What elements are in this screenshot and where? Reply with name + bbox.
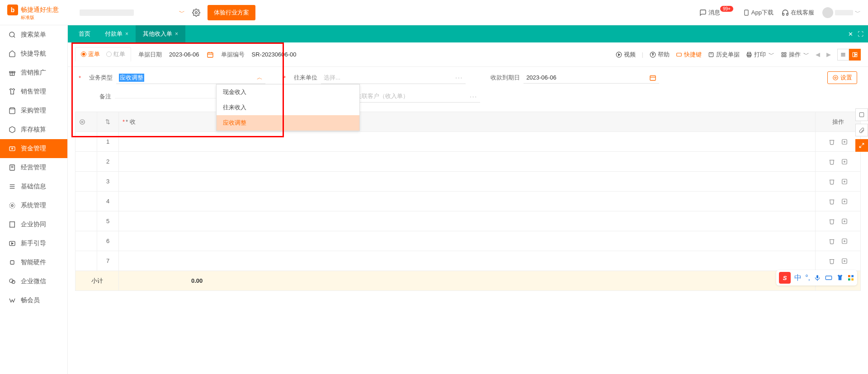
- add-row-icon[interactable]: [841, 198, 848, 205]
- table-row[interactable]: 6: [75, 231, 861, 251]
- table-row[interactable]: 3: [75, 172, 861, 192]
- row-cell[interactable]: [119, 251, 816, 271]
- add-row-icon[interactable]: [841, 258, 848, 264]
- col-sort[interactable]: ⇅: [97, 112, 119, 132]
- sidebar-item-funds[interactable]: 资金管理: [0, 139, 67, 158]
- sidebar-item-marketing[interactable]: 营销推广: [0, 63, 67, 82]
- sidebar-item-vip[interactable]: 畅会员: [0, 291, 67, 310]
- settings-button[interactable]: 设置: [827, 71, 857, 84]
- partner-input[interactable]: 选择... ···: [321, 72, 466, 84]
- sidebar-item-home[interactable]: 快捷导航: [0, 44, 67, 63]
- delete-icon[interactable]: [829, 159, 835, 165]
- sidebar-item-enterprise[interactable]: 企业协同: [0, 215, 67, 234]
- sidebar-item-hardware[interactable]: 智能硬件: [0, 253, 67, 272]
- history-link[interactable]: 历史单据: [708, 51, 740, 59]
- trial-button[interactable]: 体验行业方案: [208, 5, 255, 20]
- gear-icon[interactable]: [192, 9, 200, 17]
- dropdown-option-contact[interactable]: 往来收入: [217, 100, 359, 115]
- row-drag[interactable]: [75, 251, 97, 271]
- org-selector[interactable]: ﹀: [80, 9, 185, 17]
- table-row[interactable]: 7: [75, 251, 861, 271]
- video-link[interactable]: 视频: [616, 51, 636, 59]
- add-row-icon[interactable]: [841, 178, 848, 185]
- col-gear[interactable]: [75, 112, 97, 132]
- more-icon[interactable]: ···: [470, 93, 477, 100]
- rail-note-icon[interactable]: [855, 108, 868, 121]
- sidebar-item-inventory[interactable]: 库存核算: [0, 120, 67, 139]
- help-link[interactable]: ?帮助: [650, 51, 670, 59]
- delete-icon[interactable]: [829, 178, 835, 185]
- rail-expand-icon[interactable]: [855, 139, 868, 152]
- delete-icon[interactable]: [829, 218, 835, 224]
- row-cell[interactable]: [119, 192, 816, 211]
- ime-lang[interactable]: 中: [794, 273, 802, 283]
- row-cell[interactable]: [119, 152, 816, 172]
- app-download-link[interactable]: App下载: [743, 9, 774, 17]
- rail-attach-icon[interactable]: [855, 124, 868, 136]
- prev-icon[interactable]: ◀: [816, 51, 820, 58]
- add-row-icon[interactable]: [841, 139, 848, 145]
- sidebar-item-base[interactable]: 基础信息: [0, 177, 67, 196]
- delete-icon[interactable]: [829, 258, 835, 264]
- ime-punct-icon[interactable]: °,: [805, 274, 810, 282]
- row-cell[interactable]: [119, 231, 816, 251]
- dropdown-option-cash[interactable]: 现金收入: [217, 84, 359, 100]
- add-row-icon[interactable]: [841, 238, 848, 244]
- customer-service-link[interactable]: 在线客服: [782, 9, 814, 17]
- next-icon[interactable]: ▶: [826, 51, 831, 58]
- messages-link[interactable]: 消息 99+: [699, 9, 735, 17]
- dropdown-option-adjust[interactable]: 应收调整: [217, 115, 359, 131]
- sidebar-item-wechat[interactable]: 企业微信: [0, 272, 67, 291]
- sidebar-item-system[interactable]: 系统管理: [0, 196, 67, 215]
- shortcut-link[interactable]: 快捷键: [676, 51, 702, 59]
- sidebar-item-sales[interactable]: 销售管理: [0, 82, 67, 101]
- ime-toolbox-icon[interactable]: [847, 274, 854, 281]
- row-cell[interactable]: [119, 132, 816, 152]
- ime-skin-icon[interactable]: [836, 274, 844, 281]
- action-link[interactable]: 操作﹀: [781, 51, 809, 59]
- radio-red[interactable]: 红单: [106, 50, 125, 58]
- ime-logo-icon[interactable]: S: [779, 272, 791, 284]
- delete-icon[interactable]: [829, 139, 835, 145]
- delete-icon[interactable]: [829, 198, 835, 205]
- biz-type-select[interactable]: 应收调整 ︿: [116, 72, 265, 84]
- print-link[interactable]: 打印﹀: [746, 51, 774, 59]
- fullscreen-icon[interactable]: ⛶: [858, 31, 863, 37]
- more-icon[interactable]: ···: [455, 74, 463, 81]
- ime-keyboard-icon[interactable]: [825, 274, 833, 281]
- table-row[interactable]: 2: [75, 152, 861, 172]
- tab-other-income[interactable]: 其他收入单×: [136, 25, 185, 42]
- tab-payment[interactable]: 付款单×: [98, 25, 136, 42]
- row-drag[interactable]: [75, 211, 97, 231]
- table-row[interactable]: 4: [75, 192, 861, 211]
- row-cell[interactable]: [119, 211, 816, 231]
- date-value[interactable]: 2023-06-06: [169, 51, 199, 58]
- sidebar-item-operation[interactable]: 经营管理: [0, 158, 67, 177]
- table-row[interactable]: 1: [75, 132, 861, 152]
- view-list-btn[interactable]: [837, 49, 849, 61]
- radio-blue[interactable]: 蓝单: [81, 50, 100, 58]
- ime-mic-icon[interactable]: [814, 274, 821, 281]
- row-drag[interactable]: [75, 132, 97, 152]
- user-menu[interactable]: ﹀: [822, 7, 861, 18]
- add-row-icon[interactable]: [841, 218, 848, 224]
- due-date-input[interactable]: 2023-06-06: [524, 72, 659, 84]
- close-all-icon[interactable]: ✕: [848, 31, 853, 37]
- row-drag[interactable]: [75, 231, 97, 251]
- add-row-icon[interactable]: [841, 159, 848, 165]
- view-form-btn[interactable]: [849, 49, 861, 61]
- table-row[interactable]: 5: [75, 211, 861, 231]
- sidebar-item-search[interactable]: 搜索菜单: [0, 25, 67, 44]
- sidebar-item-purchase[interactable]: 采购管理: [0, 101, 67, 120]
- sidebar-item-guide[interactable]: 新手引导: [0, 234, 67, 253]
- row-drag[interactable]: [75, 152, 97, 172]
- row-cell[interactable]: [119, 172, 816, 192]
- close-icon[interactable]: ×: [125, 25, 128, 42]
- tab-home[interactable]: 首页: [71, 25, 98, 42]
- calendar-icon[interactable]: [207, 51, 214, 58]
- row-drag[interactable]: [75, 172, 97, 192]
- close-icon[interactable]: ×: [175, 25, 178, 42]
- delete-icon[interactable]: [829, 238, 835, 244]
- row-drag[interactable]: [75, 192, 97, 211]
- calendar-icon[interactable]: [649, 74, 656, 81]
